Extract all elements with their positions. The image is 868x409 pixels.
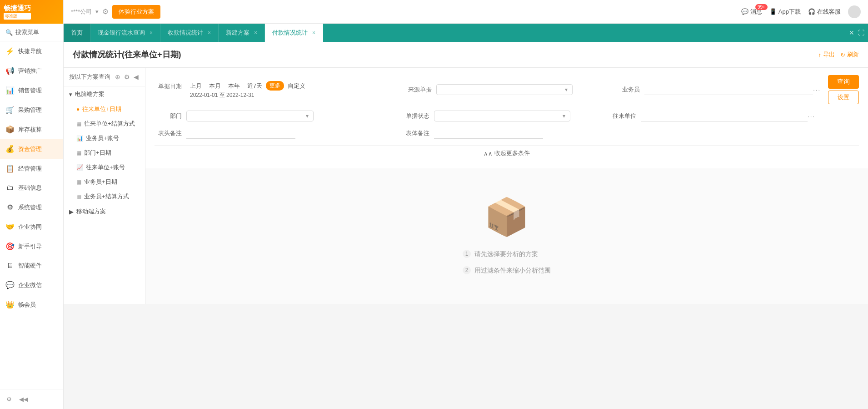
guide-icon: 🎯 <box>5 242 15 251</box>
more-dates-btn[interactable]: 更多 <box>266 81 284 91</box>
sidebar-item-basics[interactable]: 🗂 基础信息 <box>0 178 63 197</box>
collapse-sidebar-btn[interactable]: ◀◀ <box>17 394 30 404</box>
collapse-conditions-btn[interactable]: ∧∧ 收起更多条件 <box>484 149 530 157</box>
dept-dropdown[interactable]: ▾ <box>186 111 314 121</box>
payment-detail-tab-label: 付款情况统计 <box>272 29 308 37</box>
online-service-label: 在线客服 <box>817 8 841 16</box>
sidebar-item-system[interactable]: ⚙ 系统管理 <box>0 197 63 217</box>
new-plan-tab-close[interactable]: × <box>254 30 257 36</box>
add-scheme-btn[interactable]: ⊕ <box>114 72 121 81</box>
messages-btn[interactable]: 💬 消息 99+ <box>741 8 762 16</box>
dept-label: 部门 <box>155 112 186 120</box>
trial-btn[interactable]: 体验行业方案 <box>112 5 160 19</box>
scheme-active-icon: ● <box>76 106 80 112</box>
tab-bank-flow[interactable]: 现金银行流水查询 × <box>90 24 160 42</box>
filter-row-3: 表头备注 表体备注 <box>155 128 859 139</box>
scheme-settings-btn[interactable]: ⚙ <box>123 72 131 81</box>
sidebar-item-quick-nav[interactable]: ⚡ 快捷导航 <box>0 41 63 61</box>
partner-dots-btn[interactable]: ··· <box>808 113 815 120</box>
header-note-input[interactable] <box>186 128 295 139</box>
step-2-num: 2 <box>463 266 471 274</box>
staff-dots-btn[interactable]: ··· <box>813 86 821 93</box>
bank-flow-tab-close[interactable]: × <box>150 30 153 36</box>
partner-input[interactable] <box>641 111 808 121</box>
sidebar-item-guide[interactable]: 🎯 新手引导 <box>0 237 63 256</box>
sidebar-item-collab[interactable]: 🤝 企业协同 <box>0 217 63 237</box>
maximize-btn[interactable]: ⛶ <box>858 29 864 36</box>
sidebar-item-hardware[interactable]: 🖥 智能硬件 <box>0 256 63 275</box>
status-filter-col: 单据状态 ▾ <box>402 111 609 121</box>
sidebar-item-label: 快捷导航 <box>18 47 42 56</box>
last-month-btn[interactable]: 上月 <box>186 81 205 91</box>
app-download-btn[interactable]: 📱 App下载 <box>769 8 801 16</box>
dept-chevron-icon: ▾ <box>306 113 309 119</box>
app-download-label: App下载 <box>778 8 801 16</box>
headset-icon: 🎧 <box>808 8 815 15</box>
custom-date-btn[interactable]: 自定义 <box>284 81 309 91</box>
payment-detail-tab-close[interactable]: × <box>312 30 315 36</box>
step-1-num: 1 <box>463 250 471 258</box>
refresh-label: 刷新 <box>847 50 859 59</box>
export-btn[interactable]: ↑ 导出 <box>818 50 835 59</box>
close-all-tabs-btn[interactable]: ✕ <box>849 29 854 36</box>
staff-input[interactable] <box>644 84 813 95</box>
this-year-btn[interactable]: 本年 <box>224 81 244 91</box>
chevron-right-icon: ▶ <box>69 208 74 215</box>
scheme-item-label: 往来单位+账号 <box>86 163 125 172</box>
tab-new-plan[interactable]: 新建方案 × <box>219 24 265 42</box>
status-chevron-icon: ▾ <box>563 113 565 119</box>
scheme-item-staff-settle[interactable]: ▦ 业务员+结算方式 <box>64 189 145 204</box>
source-dropdown[interactable]: ▾ <box>436 84 573 95</box>
status-dropdown[interactable]: ▾ <box>434 111 570 121</box>
body-note-input[interactable] <box>434 128 543 139</box>
scheme-item-staff-date[interactable]: ▦ 业务员+日期 <box>64 175 145 189</box>
scheme-table-icon: ▦ <box>76 121 81 127</box>
collapse-scheme-btn[interactable]: ◀ <box>133 72 140 81</box>
query-btn[interactable]: 查询 <box>828 75 859 89</box>
last-7days-btn[interactable]: 近7天 <box>244 81 266 91</box>
sidebar-item-purchase[interactable]: 🛒 采购管理 <box>0 100 63 120</box>
wechat-icon: 💬 <box>5 281 15 289</box>
scheme-item-partner-account[interactable]: 📈 往来单位+账号 <box>64 160 145 175</box>
scheme-item-dept-date[interactable]: ▦ 部门+日期 <box>64 146 145 160</box>
sidebar-item-sales[interactable]: 📊 销售管理 <box>0 81 63 100</box>
sidebar-search-label: 搜索菜单 <box>15 28 39 36</box>
top-settings-btn[interactable]: ⚙ <box>102 7 109 16</box>
scheme-item-partner-date[interactable]: ● 往来单位+日期 <box>64 102 145 116</box>
refresh-btn[interactable]: ↻ 刷新 <box>840 50 859 59</box>
scheme-item-staff-account[interactable]: 📊 业务员+账号 <box>64 131 145 146</box>
scheme-chart-icon: 📊 <box>76 135 83 141</box>
sidebar-search-item[interactable]: 🔍 搜索菜单 <box>0 24 63 41</box>
sidebar-item-inventory[interactable]: 📦 库存核算 <box>0 120 63 139</box>
mobile-group-header[interactable]: ▶ 移动端方案 <box>64 204 145 219</box>
tab-payment-stats[interactable]: 收款情况统计 × <box>160 24 219 42</box>
sidebar-item-wechat[interactable]: 💬 企业微信 <box>0 275 63 295</box>
sidebar-item-label: 企业微信 <box>18 281 42 289</box>
search-icon: 🔍 <box>5 29 13 36</box>
operations-icon: 📋 <box>5 164 15 173</box>
message-badge: 99+ <box>755 4 768 10</box>
scheme-item-partner-settle[interactable]: ▦ 往来单位+结算方式 <box>64 116 145 131</box>
page-title: 付款情况统计(往来单位+日期) <box>73 49 181 60</box>
settings-footer-btn[interactable]: ⚙ <box>5 394 14 404</box>
date-range-display: 2022-01-01 至 2022-12-31 <box>190 91 309 99</box>
sidebar-item-operations[interactable]: 📋 经营管理 <box>0 159 63 178</box>
sidebar-item-label: 企业协同 <box>18 223 42 231</box>
sidebar-item-marketing[interactable]: 📢 营销推广 <box>0 61 63 81</box>
filter-settings-btn[interactable]: 设置 <box>828 91 859 104</box>
step-2-label: 用过滤条件来缩小分析范围 <box>474 264 551 277</box>
tab-payment-detail[interactable]: 付款情况统计 × <box>265 24 323 42</box>
sidebar-logo: 畅捷通巧 <box>4 4 31 13</box>
user-avatar[interactable] <box>848 5 861 18</box>
empty-step-2: 2 用过滤条件来缩小分析范围 <box>463 264 551 277</box>
desktop-group-header[interactable]: ▾ 电脑端方案 <box>64 86 145 102</box>
sidebar-item-member[interactable]: 👑 畅会员 <box>0 295 63 314</box>
online-service-btn[interactable]: 🎧 在线客服 <box>808 8 841 16</box>
date-filter-col: 单据日期 上月 本月 本年 近7天 更多 自定义 <box>155 81 404 99</box>
payment-stats-tab-close[interactable]: × <box>208 30 211 36</box>
tab-bar-actions: ✕ ⛶ <box>845 24 868 42</box>
company-dropdown-btn[interactable]: ▾ <box>95 8 99 15</box>
this-month-btn[interactable]: 本月 <box>205 81 224 91</box>
sidebar-item-finance[interactable]: 💰 资金管理 <box>0 139 63 159</box>
tab-home[interactable]: 首页 <box>64 24 90 42</box>
